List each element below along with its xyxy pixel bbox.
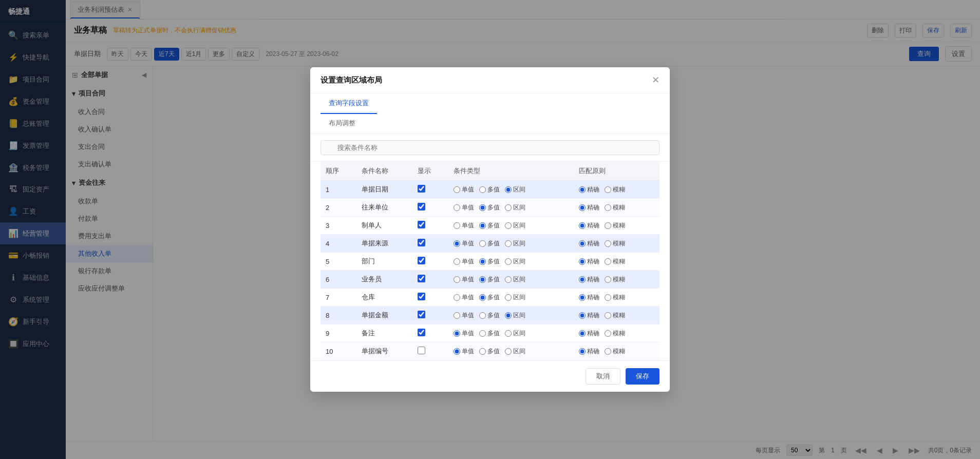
- row-condition-type[interactable]: 单值多值区间: [448, 271, 573, 289]
- table-row: 6业务员单值多值区间精确模糊: [321, 271, 659, 289]
- row-condition-type[interactable]: 单值多值区间: [448, 235, 573, 253]
- show-checkbox-7[interactable]: [418, 293, 425, 300]
- dialog-table-wrap: 顺序条件名称显示条件类型匹配原则 1单据日期单值多值区间精确模糊2往来单位单值多…: [310, 162, 670, 360]
- row-order: 5: [321, 253, 356, 271]
- row-order: 4: [321, 235, 356, 253]
- row-name: 制单人: [356, 217, 412, 235]
- settings-dialog: 设置查询区域布局 ✕ 查询字段设置布局调整 🔍 顺序条件名称显示条件类型匹配原则…: [310, 67, 670, 392]
- row-match[interactable]: 精确模糊: [574, 289, 659, 307]
- col-header-条件类型: 条件类型: [448, 162, 573, 181]
- row-order: 8: [321, 307, 356, 324]
- row-show[interactable]: [412, 181, 448, 199]
- row-match[interactable]: 精确模糊: [574, 217, 659, 235]
- show-checkbox-4[interactable]: [418, 239, 425, 246]
- table-row: 10单据编号单值多值区间精确模糊: [321, 342, 659, 360]
- table-row: 9备注单值多值区间精确模糊: [321, 324, 659, 342]
- row-condition-type[interactable]: 单值多值区间: [448, 181, 573, 199]
- row-order: 3: [321, 217, 356, 235]
- row-match[interactable]: 精确模糊: [574, 342, 659, 360]
- show-checkbox-6[interactable]: [418, 275, 425, 282]
- row-name: 单据金额: [356, 307, 412, 324]
- row-name: 往来单位: [356, 199, 412, 217]
- row-match[interactable]: 精确模糊: [574, 199, 659, 217]
- condition-search-input[interactable]: [321, 140, 659, 155]
- row-match[interactable]: 精确模糊: [574, 324, 659, 342]
- row-order: 1: [321, 181, 356, 199]
- row-show[interactable]: [412, 289, 448, 307]
- show-checkbox-10[interactable]: [418, 347, 425, 354]
- row-condition-type[interactable]: 单值多值区间: [448, 342, 573, 360]
- table-row: 1单据日期单值多值区间精确模糊: [321, 181, 659, 199]
- row-show[interactable]: [412, 324, 448, 342]
- dialog-close-button[interactable]: ✕: [652, 74, 659, 86]
- row-show[interactable]: [412, 307, 448, 324]
- row-show[interactable]: [412, 342, 448, 360]
- row-match[interactable]: 精确模糊: [574, 253, 659, 271]
- table-row: 8单据金额单值多值区间精确模糊: [321, 307, 659, 324]
- row-name: 业务员: [356, 271, 412, 289]
- row-condition-type[interactable]: 单值多值区间: [448, 289, 573, 307]
- table-row: 7仓库单值多值区间精确模糊: [321, 289, 659, 307]
- row-name: 仓库: [356, 289, 412, 307]
- dialog-footer: 取消 保存: [310, 360, 670, 392]
- dialog-search-area: 🔍: [310, 134, 670, 162]
- table-row: 2往来单位单值多值区间精确模糊: [321, 199, 659, 217]
- table-row: 4单据来源单值多值区间精确模糊: [321, 235, 659, 253]
- modal-overlay: 设置查询区域布局 ✕ 查询字段设置布局调整 🔍 顺序条件名称显示条件类型匹配原则…: [0, 0, 980, 459]
- row-match[interactable]: 精确模糊: [574, 307, 659, 324]
- row-name: 单据来源: [356, 235, 412, 253]
- conditions-table: 顺序条件名称显示条件类型匹配原则 1单据日期单值多值区间精确模糊2往来单位单值多…: [321, 162, 659, 360]
- row-match[interactable]: 精确模糊: [574, 181, 659, 199]
- row-name: 单据日期: [356, 181, 412, 199]
- dialog-tab-field-settings[interactable]: 查询字段设置: [321, 93, 377, 114]
- row-order: 2: [321, 199, 356, 217]
- cancel-button[interactable]: 取消: [586, 368, 620, 385]
- dialog-tab-layout-adjust[interactable]: 布局调整: [321, 113, 377, 134]
- row-name: 单据编号: [356, 342, 412, 360]
- row-match[interactable]: 精确模糊: [574, 271, 659, 289]
- show-checkbox-2[interactable]: [418, 203, 425, 211]
- row-condition-type[interactable]: 单值多值区间: [448, 199, 573, 217]
- dialog-tabs: 查询字段设置布局调整: [310, 93, 670, 134]
- table-row: 3制单人单值多值区间精确模糊: [321, 217, 659, 235]
- row-show[interactable]: [412, 271, 448, 289]
- col-header-显示: 显示: [412, 162, 448, 181]
- row-name: 备注: [356, 324, 412, 342]
- col-header-顺序: 顺序: [321, 162, 356, 181]
- table-row: 5部门单值多值区间精确模糊: [321, 253, 659, 271]
- show-checkbox-8[interactable]: [418, 311, 425, 318]
- row-order: 9: [321, 324, 356, 342]
- row-condition-type[interactable]: 单值多值区间: [448, 307, 573, 324]
- show-checkbox-5[interactable]: [418, 257, 425, 264]
- show-checkbox-9[interactable]: [418, 329, 425, 336]
- show-checkbox-1[interactable]: [418, 185, 425, 193]
- row-show[interactable]: [412, 235, 448, 253]
- col-header-条件名称: 条件名称: [356, 162, 412, 181]
- row-order: 6: [321, 271, 356, 289]
- row-condition-type[interactable]: 单值多值区间: [448, 217, 573, 235]
- dialog-header: 设置查询区域布局 ✕: [310, 67, 670, 93]
- row-show[interactable]: [412, 199, 448, 217]
- row-condition-type[interactable]: 单值多值区间: [448, 324, 573, 342]
- show-checkbox-3[interactable]: [418, 221, 425, 228]
- row-match[interactable]: 精确模糊: [574, 235, 659, 253]
- dialog-save-button[interactable]: 保存: [626, 368, 659, 385]
- row-name: 部门: [356, 253, 412, 271]
- row-order: 10: [321, 342, 356, 360]
- row-show[interactable]: [412, 217, 448, 235]
- col-header-匹配原则: 匹配原则: [574, 162, 659, 181]
- row-condition-type[interactable]: 单值多值区间: [448, 253, 573, 271]
- row-show[interactable]: [412, 253, 448, 271]
- dialog-title: 设置查询区域布局: [321, 75, 382, 85]
- row-order: 7: [321, 289, 356, 307]
